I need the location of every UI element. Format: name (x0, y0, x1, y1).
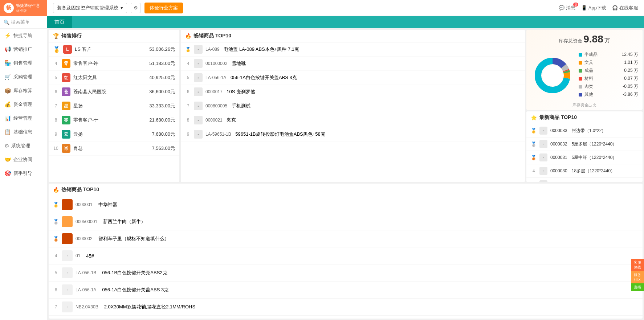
medal-icon: 🥇 (53, 202, 59, 208)
product-info: LA-089 电池盖 LA-089 ABS本色+黑种 7.1克 (205, 46, 521, 53)
sidebar-item-inventory[interactable]: 📦 库存核算 (0, 84, 47, 98)
sidebar-item-guide[interactable]: 🎯 新手引导 (0, 167, 47, 180)
legend-item: 其他 -3.86 万 (579, 91, 638, 98)
product-info: LA-59651-1B 59651-1B旋转投影灯电池盒ABS黑色+58克 (205, 131, 521, 138)
customer-avatar: 星 (62, 102, 70, 110)
header-right: 💬 消息 6 📱 App下载 🎧 在线客服 (559, 5, 638, 11)
product-img (62, 216, 73, 227)
logo-text: 畅捷通好生意 标准版 (16, 3, 40, 13)
product-img: ▪ (539, 153, 547, 161)
customer-avatar: 肖 (62, 144, 70, 153)
list-item: 7 ▪ NB2.0X30B 2.0X30MM双摆花轴,摆花直径2.1MM/ROH… (49, 299, 643, 316)
product-info: 000800005 手机测试 (205, 103, 521, 109)
search-icon: 🔍 (4, 20, 9, 25)
top-section: 🏆 销售排行 🥇 L LS 客户 53,006.26元 4 (49, 30, 643, 182)
list-item: 🥈 000500001 新西兰牛肉（新牛） (49, 213, 643, 230)
settings-button[interactable]: ⚙ (131, 3, 141, 13)
newest-products-header: ⭐ 最新商品 TOP10 (526, 111, 643, 124)
hotline-button[interactable]: 客服热线 (631, 259, 644, 271)
list-item: 🥉 ▪ 0000031 5厘中纤（1220*2440） (526, 151, 643, 164)
list-item: 🥇 ▪ LA-089 电池盖 LA-089 ABS本色+黑种 7.1克 (181, 42, 525, 57)
legend-dot (579, 85, 582, 89)
product-img: ▪ (539, 140, 547, 148)
chevron-down-icon: ▾ (121, 5, 123, 11)
sidebar-item-system[interactable]: ⚙ 系统管理 (0, 139, 47, 153)
system-icon: ⚙ (4, 143, 9, 149)
message-icon: 💬 (559, 5, 564, 11)
sales-icon: 🏪 (4, 60, 11, 66)
nav-list: ⚡ 快捷导航 📢 营销推广 🏪 销售管理 🛒 采购管理 📦 库存核算 💰 资金管… (0, 29, 47, 320)
legend-dot (579, 61, 582, 65)
list-item: 7 星 星扬 33,333.00元 (49, 99, 179, 113)
legend-item: 半成品 12.45 万 (579, 52, 638, 58)
product-img (62, 199, 73, 210)
sidebar-item-sales[interactable]: 🏪 销售管理 (0, 56, 47, 70)
inventory-total: 库存总资金 9.88 万 (526, 30, 643, 49)
customer-avatar: 零 (62, 116, 70, 124)
list-item: 10 肖 肖总 7,563.00元 (49, 141, 179, 156)
sidebar-item-purchase[interactable]: 🛒 采购管理 (0, 70, 47, 84)
legend-dot (579, 93, 582, 97)
medal-icon: 🥇 (531, 128, 537, 134)
svg-point-7 (542, 65, 563, 86)
top-customers-panel: 🏆 销售排行 🥇 L LS 客户 53,006.26元 4 (49, 30, 179, 182)
newest-products-list: 🥇 ▪ 0000033 封边带（1.0*22） 🥈 ▪ 0000032 5厘多层… (526, 124, 643, 182)
community-button[interactable]: 服务社区 (631, 271, 644, 283)
sidebar-item-collab[interactable]: 🤝 企业协同 (0, 153, 47, 167)
list-item: 5 ▪ LA-056-1B 056-1B白色按键开关壳ABS2克 (49, 264, 643, 282)
product-info: 0000017 10S 变刹罗煞 (205, 89, 521, 95)
list-item: 🥉 0000002 智利车子里（规格不知道填什么） (49, 230, 643, 247)
list-item: 6 苍 苍南县人民医院 36,600.00元 (49, 85, 179, 99)
list-item: 6 ▪ 0000017 10S 变刹罗煞 (181, 85, 525, 99)
search-menu[interactable]: 🔍 搜索菜单 (0, 16, 47, 29)
flame-icon: 🔥 (53, 187, 59, 193)
product-img: ▪ (194, 130, 203, 139)
legend-dot (579, 69, 582, 73)
phone-icon: 📱 (581, 5, 587, 11)
product-img: ▪ (194, 87, 203, 96)
medal-icon: 🥈 (531, 141, 537, 147)
system-selector[interactable]: 装备及固定资产辅助管理系统 ▾ (53, 3, 127, 13)
legend-item: 文具 1.01 万 (579, 60, 638, 66)
medal-icon: 🥉 (53, 236, 59, 242)
collab-icon: 🤝 (4, 156, 11, 163)
medal-icon: 🥈 (53, 219, 59, 225)
hot-products-header: 🔥 热销商品 TOP10 (49, 184, 643, 196)
newest-products-panel: ⭐ 最新商品 TOP10 🥇 ▪ 0000033 封边带（1.0*22） 🥈 (526, 111, 643, 182)
sidebar-item-marketing[interactable]: 📢 营销推广 (0, 42, 47, 56)
online-service-button[interactable]: 🎧 在线客服 (612, 5, 638, 11)
shortcuts-icon: ⚡ (4, 32, 11, 39)
live-button[interactable]: 直播 (631, 283, 644, 291)
product-info: 0000021 夹克 (205, 117, 521, 123)
legend-item: 成品 0.25 万 (579, 67, 638, 74)
list-item: 7 ▪ 000800005 手机测试 (181, 99, 525, 113)
app-download-button[interactable]: 📱 App下载 (581, 5, 606, 11)
medal-icon: 🥇 (53, 46, 60, 53)
sidebar-item-operations[interactable]: 📊 经营管理 (0, 111, 47, 125)
customer-avatar: 苍 (62, 87, 70, 96)
top-sold-header: 🔥 畅销商品 TOP10 (181, 30, 525, 42)
message-button[interactable]: 💬 消息 6 (559, 5, 575, 11)
legend-item: 肉类 -0.05 万 (579, 83, 638, 90)
customer-list: 🥇 L LS 客户 53,006.26元 4 零 零售客户-许 51,183.0… (49, 42, 179, 156)
product-img: ▪ (539, 127, 547, 135)
top-customers-header: 🏆 销售排行 (49, 30, 179, 42)
chart-label: 库存资金占比 (526, 102, 643, 110)
customer-avatar: 红 (62, 73, 70, 82)
list-item: 9 ▪ LA-59651-1B 59651-1B旋转投影灯电池盒ABS黑色+58… (181, 127, 525, 141)
purchase-icon: 🛒 (4, 74, 11, 80)
breadcrumb-home[interactable]: 首页 (47, 16, 72, 28)
legend-dot (579, 53, 582, 57)
list-item: 🥇 0000001 中华神器 (49, 196, 643, 213)
sidebar-item-finance[interactable]: 💰 资金管理 (0, 98, 47, 111)
sidebar-item-shortcuts[interactable]: ⚡ 快捷导航 (0, 29, 47, 42)
sidebar-item-basic-info[interactable]: 📋 基础信息 (0, 125, 47, 139)
top-header: 装备及固定资产辅助管理系统 ▾ ⚙ 体验行业方案 💬 消息 6 📱 App下载 … (47, 0, 644, 16)
list-item: 4 ▪ 0000030 18多层（1220*2440） (526, 164, 643, 178)
hot-products-panel: 🔥 热销商品 TOP10 🥇 0000001 中华神器 🥈 (49, 184, 643, 319)
list-item: 6 ▪ LA-056-1A 056-1A白色按键开关盖ABS 3克 (49, 282, 643, 299)
trial-button[interactable]: 体验行业方案 (144, 3, 183, 13)
basic-info-icon: 📋 (4, 129, 11, 135)
product-info: 001000002 雪地靴 (205, 60, 521, 67)
customer-avatar: 云 (62, 130, 70, 139)
